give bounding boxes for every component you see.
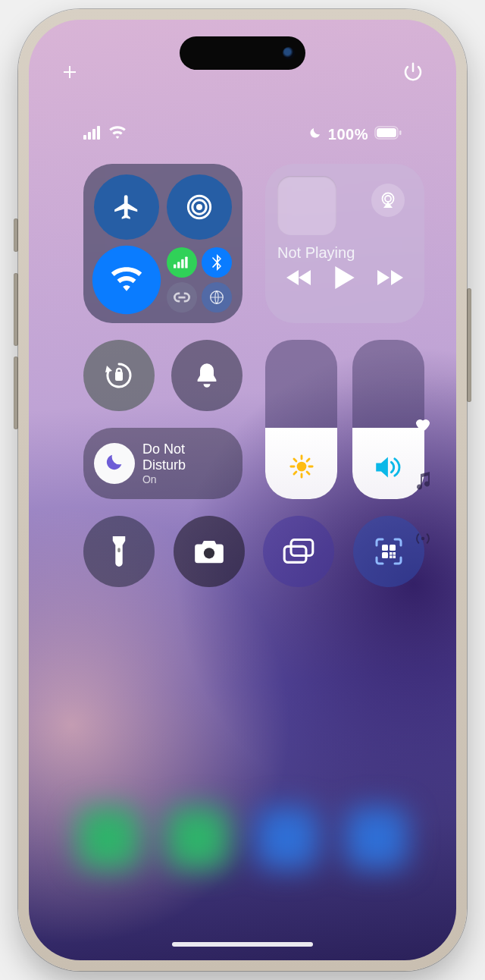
airplay-button[interactable] [371,184,405,217]
svg-rect-12 [181,259,183,269]
svg-rect-10 [174,265,176,269]
svg-rect-1 [88,132,91,140]
focus-moon-icon [308,126,322,143]
svg-rect-13 [185,256,187,268]
focus-tile[interactable]: Do Not Disturb On [83,428,242,499]
media-title: Not Playing [277,244,412,262]
svg-point-7 [196,204,202,210]
cellular-signal-icon [83,126,103,143]
brightness-icon [289,454,314,482]
page-home-icon[interactable] [414,529,432,551]
camera-button[interactable] [174,516,245,587]
svg-rect-27 [393,556,396,559]
airdrop-toggle[interactable] [167,174,232,240]
focus-state: On [142,473,232,485]
svg-point-30 [421,537,424,540]
svg-point-18 [296,462,306,472]
phone-side-button [467,288,471,402]
now-playing-tile[interactable]: Not Playing [265,164,424,323]
svg-rect-2 [92,129,95,140]
page-favorites-icon[interactable] [415,417,431,435]
cellular-data-toggle[interactable] [167,247,197,278]
satellite-toggle[interactable] [202,282,232,313]
wifi-signal-icon [108,126,127,143]
wifi-toggle[interactable] [92,246,161,314]
personal-hotspot-toggle[interactable] [167,282,197,313]
volume-icon [374,455,403,482]
play-button[interactable] [335,266,355,292]
flashlight-button[interactable] [83,516,155,587]
next-track-button[interactable] [377,269,403,290]
add-control-button[interactable] [61,63,79,81]
svg-rect-3 [97,126,100,140]
screen-mirroring-button[interactable] [263,516,334,587]
svg-rect-0 [83,135,86,140]
brightness-slider[interactable] [265,340,337,499]
page-music-icon[interactable] [415,472,430,493]
svg-rect-22 [284,546,306,562]
media-artwork [277,176,336,235]
svg-rect-11 [177,262,180,268]
svg-point-16 [385,196,391,202]
bluetooth-toggle[interactable] [202,247,232,278]
svg-rect-19 [117,548,120,552]
svg-rect-24 [390,545,396,551]
svg-rect-23 [382,545,388,551]
control-center-screen: 100% [29,20,456,960]
svg-rect-5 [377,128,396,137]
airplane-mode-toggle[interactable] [94,174,159,240]
svg-rect-21 [291,540,313,556]
battery-percent: 100% [328,126,368,143]
power-button[interactable] [402,61,424,83]
dock-blur [77,807,408,869]
svg-rect-6 [399,130,402,135]
focus-label: Do Not Disturb [142,441,186,473]
svg-rect-25 [382,552,388,558]
orientation-lock-toggle[interactable] [83,340,155,411]
svg-rect-26 [390,552,393,555]
phone-frame: 100% [18,9,467,971]
svg-rect-29 [393,552,396,555]
silent-mode-toggle[interactable] [171,340,242,411]
svg-point-20 [203,548,214,558]
connectivity-tile[interactable] [83,164,242,323]
previous-track-button[interactable] [286,269,312,290]
moon-icon [104,451,125,476]
home-indicator[interactable] [172,942,313,947]
svg-rect-28 [390,556,393,559]
battery-icon [374,126,402,143]
